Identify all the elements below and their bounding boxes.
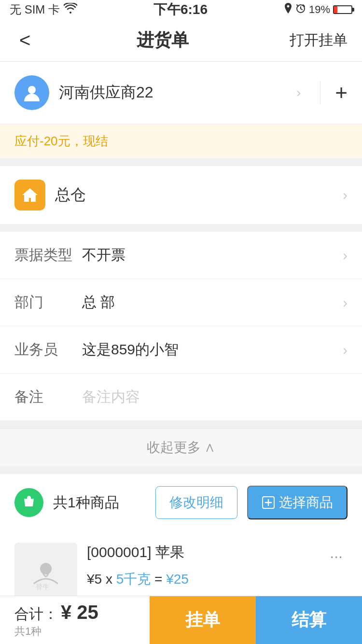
back-button[interactable]: < <box>14 25 35 56</box>
battery-icon <box>333 5 352 14</box>
remark-row[interactable]: 备注 备注内容 <box>0 374 362 420</box>
svg-text:替牛: 替牛 <box>36 583 49 590</box>
price-qty: 5千克 <box>116 572 151 587</box>
invoice-label: 票据类型 <box>14 245 72 265</box>
home-icon <box>21 186 39 204</box>
collapse-bar[interactable]: 收起更多 ∧ <box>0 428 362 466</box>
status-bar: 无 SIM 卡 下午6:16 19% <box>0 0 362 19</box>
price-unit: ¥5 <box>87 572 102 587</box>
product-count: 共1种商品 <box>53 493 146 513</box>
sales-row[interactable]: 业务员 这是859的小智 › <box>0 326 362 374</box>
price-total: ¥25 <box>166 572 189 587</box>
status-time: 下午6:16 <box>153 0 208 19</box>
location-icon <box>284 3 292 16</box>
status-left: 无 SIM 卡 <box>10 2 77 17</box>
supplier-section: 河南供应商22 › + 应付-20元，现结 <box>0 62 362 158</box>
remark-placeholder: 备注内容 <box>72 387 348 407</box>
modify-detail-button[interactable]: 修改明细 <box>155 486 237 519</box>
page-title: 进货单 <box>137 28 189 52</box>
footer-total: 合计： ¥ 25 共1种 <box>0 596 150 644</box>
total-label: 合计： <box>14 604 58 624</box>
product-header-icon <box>14 488 43 517</box>
battery-text: 19% <box>309 3 330 16</box>
bag-icon <box>21 495 37 510</box>
invoice-chevron-icon: › <box>343 247 348 264</box>
add-button[interactable]: + <box>335 81 348 105</box>
warehouse-row[interactable]: 总仓 › <box>0 166 362 224</box>
product-header: 共1种商品 修改明细 选择商品 <box>0 474 362 531</box>
carrier-text: 无 SIM 卡 <box>10 2 60 17</box>
wifi-icon <box>64 3 77 16</box>
status-right: 19% <box>284 3 352 16</box>
nav-bar: < 进货单 打开挂单 <box>0 19 362 62</box>
product-price: ¥5 x 5千克 = ¥25 <box>87 570 315 588</box>
supplier-avatar <box>14 75 49 110</box>
sales-chevron-icon: › <box>343 342 348 358</box>
alarm-icon <box>295 3 306 16</box>
supplier-divider <box>320 81 320 105</box>
select-product-label: 选择商品 <box>279 493 333 512</box>
dept-value: 总 部 <box>72 293 343 312</box>
svg-point-1 <box>28 86 36 94</box>
supplier-name: 河南供应商22 <box>59 82 296 103</box>
sales-value: 这是859的小智 <box>72 340 343 360</box>
hang-button[interactable]: 挂单 <box>150 596 256 644</box>
select-product-button[interactable]: 选择商品 <box>247 486 348 519</box>
price-equal: = <box>154 572 166 587</box>
dept-label: 部门 <box>14 293 72 312</box>
footer: 合计： ¥ 25 共1种 挂单 结算 <box>0 596 362 644</box>
warehouse-name: 总仓 <box>55 184 343 206</box>
warehouse-icon <box>14 180 45 210</box>
dept-row[interactable]: 部门 总 部 › <box>0 279 362 326</box>
footer-total-main: 合计： ¥ 25 <box>14 602 135 624</box>
person-icon <box>22 83 42 102</box>
notice-banner: 应付-20元，现结 <box>0 124 362 158</box>
settle-button[interactable]: 结算 <box>256 596 362 644</box>
total-amount: ¥ 25 <box>61 602 98 623</box>
invoice-value: 不开票 <box>72 245 343 265</box>
footer-total-sub: 共1种 <box>14 624 135 639</box>
product-info: [0000001] 苹果 ¥5 x 5千克 = ¥25 <box>87 543 315 588</box>
remark-label: 备注 <box>14 387 72 407</box>
invoice-row[interactable]: 票据类型 不开票 › <box>0 232 362 279</box>
form-section: 票据类型 不开票 › 部门 总 部 › 业务员 这是859的小智 › 备注 备注… <box>0 232 362 420</box>
product-name: [0000001] 苹果 <box>87 543 315 562</box>
price-multiply: x <box>106 572 116 587</box>
sales-label: 业务员 <box>14 340 72 360</box>
product-more-button[interactable]: ··· <box>325 543 348 570</box>
product-thumb-icon: 替牛 <box>29 557 63 591</box>
supplier-row[interactable]: 河南供应商22 › + <box>0 62 362 124</box>
warehouse-chevron-icon: › <box>343 187 348 203</box>
dept-chevron-icon: › <box>343 294 348 311</box>
main-content: 河南供应商22 › + 应付-20元，现结 总仓 › 票据类型 不开票 › 部门… <box>0 62 362 644</box>
svg-point-3 <box>40 563 52 574</box>
open-hang-button[interactable]: 打开挂单 <box>290 30 348 50</box>
warehouse-section: 总仓 › <box>0 166 362 224</box>
supplier-chevron-icon: › <box>296 85 301 100</box>
select-product-icon <box>262 496 275 509</box>
